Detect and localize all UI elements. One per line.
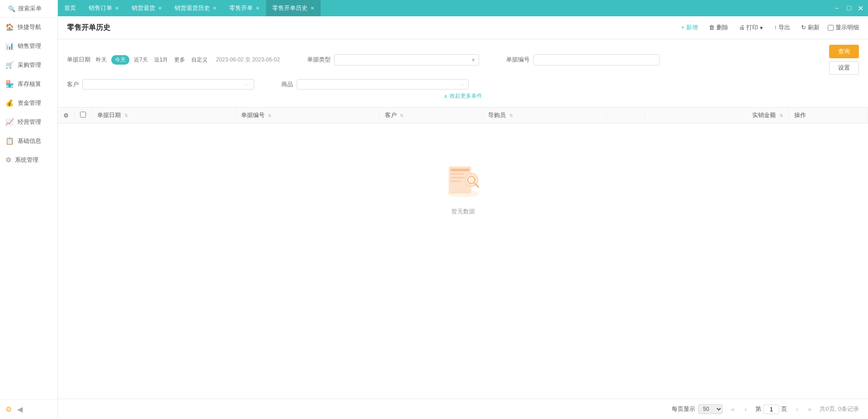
last-page-btn[interactable]: » — [804, 404, 815, 414]
customer-filter: 客户 ··· — [67, 79, 254, 89]
sidebar-item-finance[interactable]: 💰 资金管理 — [0, 94, 57, 113]
search-icon: 🔍 — [8, 5, 15, 12]
gear2-icon: ⚙ — [5, 156, 11, 164]
customer-dots-icon[interactable]: ··· — [245, 81, 250, 88]
svg-rect-5 — [451, 180, 461, 182]
sidebar-item-basic-info[interactable]: 📋 基础信息 — [0, 132, 57, 151]
sidebar-collapse-icon[interactable]: ◀ — [17, 405, 23, 414]
sidebar-footer: ⚙ ◀ — [0, 399, 57, 419]
date-btn-1month[interactable]: 近1月 — [152, 55, 170, 65]
tab-home-label: 首页 — [64, 4, 76, 12]
sidebar-item-sales-mgmt[interactable]: 📊 销售管理 — [0, 37, 57, 56]
delete-button[interactable]: 🗑 删除 — [706, 22, 731, 33]
toolbar: + 新增 🗑 删除 🖨 打印 ▾ ↑ 导出 ↻ 刷新 显示明细 — [678, 22, 859, 33]
print-button[interactable]: 🖨 打印 ▾ — [736, 22, 766, 33]
doc-type-select[interactable]: ▾ — [334, 54, 479, 66]
customer-input[interactable]: ··· — [82, 79, 254, 89]
collapse-bar[interactable]: ∧ 收起更多条件 — [67, 90, 859, 102]
sidebar-search-label: 搜索采单 — [18, 5, 42, 13]
tab-home[interactable]: 首页 — [58, 0, 82, 16]
settings-cols-icon[interactable]: ⚙ — [63, 112, 69, 119]
th-guide[interactable]: 导购员 ⇅ — [483, 108, 606, 123]
date-btn-7days[interactable]: 近7天 — [132, 55, 150, 65]
first-page-btn[interactable]: « — [727, 404, 738, 414]
tab-retail-open-close[interactable]: ✕ — [256, 5, 260, 11]
tab-sales-return[interactable]: 销货退货 ✕ — [125, 0, 168, 16]
maximize-btn[interactable]: □ — [847, 4, 851, 12]
store-icon: 🏪 — [5, 80, 14, 88]
show-detail-toggle[interactable]: 显示明细 — [828, 24, 859, 32]
sidebar-item-quick-nav[interactable]: 🏠 快捷导航 — [0, 18, 57, 37]
minimize-btn[interactable]: － — [833, 4, 840, 13]
cart-icon: 🛒 — [5, 61, 14, 69]
print-label: 🖨 打印 — [739, 24, 759, 32]
sidebar-item-operations[interactable]: 📈 经营管理 — [0, 113, 57, 132]
sort-date-icon: ⇅ — [124, 113, 128, 118]
per-page-select[interactable]: 50 10 20 100 — [698, 404, 723, 414]
export-button[interactable]: ↑ 导出 — [771, 22, 793, 33]
tab-retail-open[interactable]: 零售开单 ✕ — [223, 0, 266, 16]
date-btn-today[interactable]: 今天 — [111, 55, 129, 65]
tab-sales-return-history-label: 销货退货历史 — [175, 4, 210, 12]
show-detail-label: 显示明细 — [835, 24, 859, 32]
show-detail-checkbox[interactable] — [828, 25, 834, 31]
sidebar-item-purchase-mgmt[interactable]: 🛒 采购管理 — [0, 56, 57, 75]
goods-input[interactable]: ··· — [297, 79, 469, 89]
collapse-arrow-icon: ∧ — [444, 93, 448, 99]
nav-buttons-next: › » — [792, 404, 815, 414]
settings-icon[interactable]: ⚙ — [5, 405, 12, 414]
sidebar-item-label: 系统管理 — [15, 156, 38, 164]
settings-button[interactable]: 设置 — [829, 61, 859, 75]
prev-page-btn[interactable]: ‹ — [740, 404, 751, 414]
tab-sales-order[interactable]: 销售订单 ✕ — [82, 0, 125, 16]
tab-retail-open-history[interactable]: 零售开单历史 ✕ — [266, 0, 321, 16]
tab-retail-open-label: 零售开单 — [229, 4, 253, 12]
query-button[interactable]: 查询 — [829, 45, 859, 58]
select-all-checkbox[interactable] — [80, 112, 86, 118]
next-page-btn[interactable]: › — [792, 404, 802, 414]
doc-num-input[interactable] — [533, 54, 660, 66]
svg-rect-3 — [451, 173, 464, 175]
th-date[interactable]: 单据日期 ⇅ — [92, 108, 236, 123]
sidebar-item-label: 库存核算 — [18, 80, 41, 88]
sidebar-item-sys-mgmt[interactable]: ⚙ 系统管理 — [0, 151, 57, 169]
goods-label: 商品 — [281, 80, 293, 89]
tab-sales-return-history[interactable]: 销货退货历史 ✕ — [168, 0, 223, 16]
tab-sales-return-label: 销货退货 — [132, 4, 155, 12]
date-label: 单据日期 — [67, 56, 90, 64]
th-settings[interactable]: ⚙ — [58, 108, 75, 123]
pagination: 每页显示 50 10 20 100 « ‹ 第 页 › » 共0页, 0条记录 — [58, 399, 868, 419]
sort-amount-icon: ⇅ — [779, 113, 783, 118]
date-btn-more[interactable]: 更多 — [172, 55, 187, 65]
date-btn-yesterday[interactable]: 昨天 — [94, 55, 109, 65]
th-amount[interactable]: 实销金额 ⇅ — [645, 108, 789, 123]
th-number[interactable]: 单据编号 ⇅ — [235, 108, 379, 123]
sidebar-search[interactable]: 🔍 搜索采单 — [0, 0, 57, 18]
page-label: 页 — [781, 405, 787, 413]
refresh-button[interactable]: ↻ 刷新 — [798, 22, 822, 33]
goods-dots-icon[interactable]: ··· — [460, 81, 465, 88]
sidebar-item-label: 采购管理 — [18, 61, 41, 69]
empty-state: 暂无数据 — [58, 123, 868, 252]
doc-num-filter: 单据编号 — [506, 54, 660, 66]
th-date-label: 单据日期 — [97, 112, 121, 118]
sidebar-item-inventory[interactable]: 🏪 库存核算 — [0, 75, 57, 94]
date-btn-custom[interactable]: 自定义 — [190, 55, 209, 65]
window-controls: － □ ✕ — [827, 4, 868, 13]
tab-sales-return-close[interactable]: ✕ — [158, 5, 162, 11]
sidebar-item-label: 快捷导航 — [18, 23, 41, 31]
nav-buttons: « ‹ — [727, 404, 751, 414]
add-button[interactable]: + 新增 — [678, 22, 701, 33]
filter-row-1: 单据日期 昨天 今天 近7天 近1月 更多 自定义 2023-06-02 至 2… — [67, 45, 859, 75]
close-btn[interactable]: ✕ — [858, 4, 863, 13]
page-input[interactable] — [763, 405, 779, 414]
th-spacer — [606, 108, 645, 123]
top-tabs: 首页 销售订单 ✕ 销货退货 ✕ 销货退货历史 ✕ 零售开单 ✕ 零售开单历史 … — [58, 0, 868, 16]
th-checkbox[interactable] — [75, 108, 92, 123]
tab-sales-return-history-close[interactable]: ✕ — [213, 5, 217, 11]
tab-sales-order-close[interactable]: ✕ — [115, 5, 119, 11]
goods-filter: 商品 ··· — [281, 79, 469, 89]
tab-retail-open-history-close[interactable]: ✕ — [310, 5, 314, 11]
filter-area: 单据日期 昨天 今天 近7天 近1月 更多 自定义 2023-06-02 至 2… — [58, 39, 868, 108]
th-customer[interactable]: 客户 ⇅ — [379, 108, 483, 123]
